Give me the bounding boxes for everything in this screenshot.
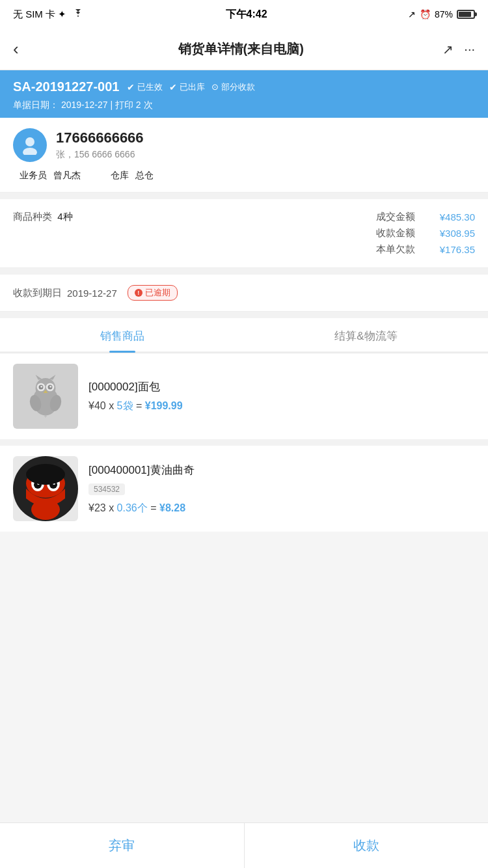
product-image-1: +: [13, 364, 78, 429]
product-price-2: ¥23 x 0.36个 = ¥8.28: [88, 502, 475, 515]
table-row: + [0000002]面包 ¥40 x 5袋 = ¥199.99: [0, 353, 488, 439]
meta-sales: 业务员 曾凡杰: [16, 170, 81, 182]
badge-partial: ⊙ 部分收款: [211, 81, 255, 93]
nav-actions: ↗ ···: [442, 42, 475, 57]
more-button[interactable]: ···: [464, 42, 475, 57]
section-divider-3: [0, 312, 488, 318]
stats-section: 商品种类 4种 成交金额 ¥485.30 收款金额 ¥308.95 本单欠款 ¥…: [0, 199, 488, 268]
share-button[interactable]: ↗: [442, 42, 454, 57]
status-bar: 无 SIM 卡 ✦ 下午4:42 ↗ ⏰ 87%: [0, 0, 488, 29]
order-id: SA-20191227-001: [13, 79, 119, 94]
battery-percent: 87%: [435, 9, 453, 20]
check-icon-2: ✔: [169, 82, 177, 92]
section-divider-2: [0, 268, 488, 275]
svg-point-1: [23, 148, 37, 155]
header-banner: SA-20191227-001 ✔ 已生效 ✔ 已出库 ⊙ 部分收款 单据日期：…: [0, 70, 488, 118]
badge-activated: ✔ 已生效: [127, 81, 163, 93]
product-name-1: [0000002]面包: [88, 379, 475, 394]
product-tag-2: 534532: [88, 483, 125, 495]
table-row: [000400001]黄油曲奇 534532 ¥23 x 0.36个 = ¥8.…: [0, 446, 488, 532]
stat-received: 收款金额 ¥308.95: [376, 227, 475, 239]
overdue-date: 2019-12-27: [67, 288, 117, 299]
customer-row: 17666666666 张，156 6666 6666: [13, 128, 475, 162]
tabs-section: 销售商品 结算&物流等: [0, 318, 488, 353]
svg-text:+: +: [44, 413, 47, 419]
tabs-row: 销售商品 结算&物流等: [0, 318, 488, 353]
alarm-icon: ⏰: [420, 9, 431, 20]
overdue-dot-icon: !: [135, 289, 142, 297]
overdue-label: 收款到期日: [13, 287, 62, 299]
overdue-section: 收款到期日 2019-12-27 ! 已逾期: [0, 275, 488, 312]
tab-sales-products[interactable]: 销售商品: [0, 318, 244, 351]
product-price-1: ¥40 x 5袋 = ¥199.99: [88, 400, 475, 413]
product-image-2: [13, 456, 78, 521]
svg-marker-14: [49, 375, 56, 380]
sim-label: 无 SIM 卡 ✦: [13, 8, 66, 21]
order-date-info: 单据日期： 2019-12-27 | 打印 2 次: [13, 100, 475, 111]
stat-amount: 成交金额 ¥485.30: [376, 211, 475, 223]
svg-marker-13: [36, 375, 42, 380]
bottom-bar: 弃审 收款: [0, 822, 488, 868]
overdue-badge: ! 已逾期: [128, 285, 178, 301]
stat-debt: 本单欠款 ¥176.35: [376, 243, 475, 256]
status-left: 无 SIM 卡 ✦: [13, 8, 85, 21]
customer-section: 17666666666 张，156 6666 6666 业务员 曾凡杰 仓库 总…: [0, 118, 488, 193]
status-time: 下午4:42: [226, 8, 267, 21]
nav-bar: ‹ 销货单详情(来自电脑) ↗ ···: [0, 29, 488, 70]
svg-point-24: [31, 499, 60, 520]
stats-left: 商品种类 4种: [13, 211, 73, 223]
check-icon: ✔: [127, 82, 135, 92]
section-divider-1: [0, 193, 488, 199]
svg-point-23: [26, 464, 65, 485]
clock-icon: ⊙: [211, 82, 219, 92]
stats-right: 成交金额 ¥485.30 收款金额 ¥308.95 本单欠款 ¥176.35: [376, 211, 475, 256]
location-icon: ↗: [408, 9, 416, 20]
back-button[interactable]: ‹: [13, 39, 39, 59]
avatar: [13, 128, 47, 162]
badge-shipped: ✔ 已出库: [169, 81, 205, 93]
status-badges: ✔ 已生效 ✔ 已出库 ⊙ 部分收款: [127, 81, 255, 93]
product-name-2: [000400001]黄油曲奇: [88, 463, 475, 478]
svg-point-9: [49, 386, 51, 388]
product-info-2: [000400001]黄油曲奇 534532 ¥23 x 0.36个 = ¥8.…: [88, 463, 475, 515]
confirm-button[interactable]: 收款: [245, 823, 489, 868]
svg-point-8: [40, 386, 42, 388]
product-total-1: ¥199.99: [145, 400, 183, 411]
battery-icon: [457, 10, 475, 19]
product-qty-2: 0.36个: [117, 502, 148, 513]
customer-name: 17666666666: [56, 129, 144, 146]
status-right: ↗ ⏰ 87%: [408, 9, 475, 20]
tab-settlement[interactable]: 结算&物流等: [244, 318, 488, 351]
cancel-button[interactable]: 弃审: [0, 823, 245, 868]
page-title: 销货单详情(来自电脑): [178, 40, 304, 58]
customer-sub: 张，156 6666 6666: [56, 149, 144, 161]
svg-point-0: [25, 137, 34, 146]
customer-meta: 业务员 曾凡杰 仓库 总仓: [13, 170, 475, 182]
product-qty-1: 5袋: [117, 400, 133, 411]
wifi-icon: [72, 9, 85, 20]
product-total-2: ¥8.28: [159, 502, 185, 513]
products-list: + [0000002]面包 ¥40 x 5袋 = ¥199.99: [0, 353, 488, 532]
product-info-1: [0000002]面包 ¥40 x 5袋 = ¥199.99: [88, 379, 475, 413]
meta-warehouse: 仓库 总仓: [107, 170, 154, 182]
customer-details: 17666666666 张，156 6666 6666: [56, 129, 144, 161]
